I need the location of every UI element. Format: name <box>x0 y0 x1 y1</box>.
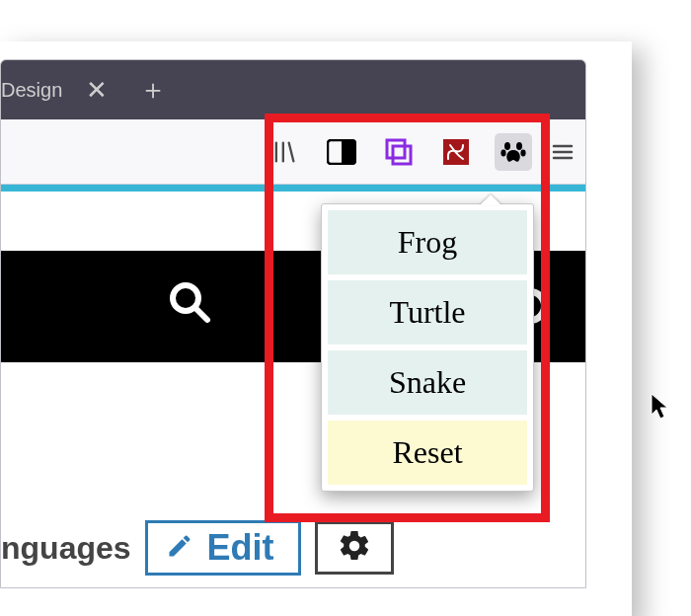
search-icon[interactable] <box>168 280 213 330</box>
close-icon[interactable]: ✕ <box>82 73 112 107</box>
new-tab-button[interactable]: ＋ <box>123 71 183 109</box>
popup-option-frog[interactable]: Frog <box>328 210 527 274</box>
library-icon[interactable] <box>266 133 303 171</box>
pdf-icon[interactable] <box>437 133 475 171</box>
svg-point-9 <box>516 142 522 150</box>
svg-rect-5 <box>387 140 405 158</box>
plus-icon: ＋ <box>139 71 167 109</box>
settings-button[interactable] <box>315 521 394 575</box>
gear-icon <box>337 528 372 568</box>
menu-icon[interactable] <box>552 133 574 171</box>
pencil-icon <box>166 527 193 569</box>
tab-title: Design <box>1 79 62 102</box>
edit-button[interactable]: Edit <box>145 520 301 576</box>
cursor-icon <box>651 393 670 424</box>
svg-rect-6 <box>393 146 411 164</box>
languages-label: nguages <box>1 530 135 567</box>
extension-popup: Frog Turtle Snake Reset <box>321 203 534 492</box>
svg-rect-4 <box>342 141 354 163</box>
paw-icon[interactable] <box>495 133 532 171</box>
browser-tabbar: Design ✕ ＋ <box>1 60 585 119</box>
svg-point-11 <box>520 149 525 156</box>
reader-icon[interactable] <box>323 133 360 171</box>
browser-tab[interactable]: Design ✕ <box>1 60 123 119</box>
containers-icon[interactable] <box>380 133 418 171</box>
svg-line-2 <box>289 142 294 161</box>
accent-bar <box>1 185 585 192</box>
edit-label: Edit <box>207 527 274 569</box>
svg-point-8 <box>504 142 510 150</box>
popup-option-turtle[interactable]: Turtle <box>328 280 527 345</box>
svg-line-16 <box>195 308 207 320</box>
page-action-bar: nguages Edit <box>1 508 585 587</box>
popup-reset[interactable]: Reset <box>328 421 527 485</box>
browser-toolbar <box>1 119 585 185</box>
popup-option-snake[interactable]: Snake <box>328 350 527 415</box>
svg-point-10 <box>500 149 505 156</box>
